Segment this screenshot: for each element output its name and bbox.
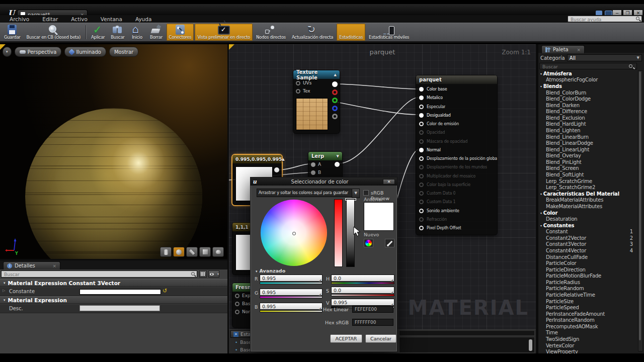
dialog-titlebar[interactable]: u Seleccionador de color ✕ — [251, 177, 397, 186]
palette-item[interactable]: PerInstanceFadeAmount — [538, 311, 639, 317]
palette-item[interactable]: ParticleRelativeTime — [538, 292, 639, 298]
chevron-down-icon[interactable]: ▼ — [352, 189, 360, 198]
input-pin-icon[interactable] — [419, 217, 424, 222]
input-pin-icon[interactable] — [296, 81, 300, 85]
r-gradient[interactable] — [260, 282, 323, 284]
s-input[interactable]: 0.0◢ — [331, 287, 394, 294]
output-pin-icon[interactable] — [332, 114, 338, 119]
input-pin-icon[interactable] — [311, 162, 315, 167]
section-material-expression-constant3vector[interactable]: ▾ Material Expression Constant 3Vector — [0, 279, 227, 287]
palette-item[interactable]: Color — [538, 210, 639, 216]
toolbar-button[interactable]: Buscar en CB (closed beta) — [24, 24, 84, 41]
details-search-input[interactable] — [3, 271, 186, 278]
g-gradient[interactable] — [260, 296, 323, 298]
palette-item[interactable]: Blend_HardLight — [538, 121, 639, 128]
output-pin-icon[interactable] — [332, 106, 338, 111]
input-pin-icon[interactable] — [419, 200, 424, 204]
menu-item[interactable]: Activo — [64, 16, 94, 22]
reset-to-default-icon[interactable]: ↺ — [163, 288, 167, 294]
palette-item[interactable]: Blend_Lighten — [538, 127, 639, 134]
palette-item[interactable]: Blend_LinearBurn — [538, 134, 639, 140]
palette-item[interactable]: Blend_PinLight — [538, 159, 639, 165]
node-header[interactable]: parquet — [416, 75, 497, 84]
g-input[interactable]: 0.995◢ — [260, 289, 323, 296]
palette-item[interactable]: Características Del Material — [538, 191, 639, 197]
hex-srgb-input[interactable]: FFFFFF00 — [352, 319, 393, 326]
output-pin-icon[interactable] — [332, 89, 338, 95]
output-pin-icon[interactable] — [332, 98, 338, 103]
color-wheel-marker[interactable] — [292, 232, 296, 235]
details-search-box[interactable] — [1, 270, 197, 278]
toolbar-button[interactable]: Nodos directos — [254, 24, 288, 41]
input-pin-icon[interactable] — [235, 294, 239, 298]
color-wheel-mode-button[interactable] — [364, 239, 373, 247]
palette-item[interactable]: Constant2Vector 2 — [538, 235, 639, 241]
input-pin-icon[interactable] — [296, 89, 300, 94]
visibility-filter-icon[interactable] — [208, 270, 219, 278]
input-pin-icon[interactable] — [419, 96, 424, 100]
menu-item[interactable]: Archivo — [3, 16, 36, 22]
input-pin-icon[interactable] — [419, 209, 424, 213]
palette-item[interactable]: Constant4Vector 4 — [538, 247, 639, 254]
menu-item[interactable]: Ayuda — [129, 16, 158, 22]
palette-item[interactable]: Blend_Difference — [538, 108, 639, 115]
value-bar-handle[interactable] — [345, 198, 356, 201]
hex-linear-input[interactable]: FEFEFE00 — [352, 306, 393, 313]
palette-item[interactable]: Constant3Vector 3 — [538, 241, 639, 248]
s-gradient[interactable] — [331, 294, 394, 296]
palette-item[interactable]: Desaturation — [538, 216, 639, 222]
palette-item[interactable]: PrecomputedAOMask — [538, 323, 639, 330]
input-pin-icon[interactable] — [419, 122, 424, 126]
palette-item[interactable]: ParticleSpeed — [538, 304, 639, 311]
preview-viewport[interactable]: ▾ Perspectiva Iluminado Mostrar — [0, 44, 227, 260]
show-button[interactable]: Mostrar — [109, 47, 138, 57]
input-pin-icon[interactable] — [419, 156, 424, 161]
section-material-expression[interactable]: ▾ Material Expression — [0, 296, 227, 304]
output-pin-icon[interactable] — [274, 167, 279, 172]
collapse-icon[interactable]: ▲ — [334, 73, 337, 77]
input-pin-icon[interactable] — [419, 174, 424, 178]
palette-item[interactable]: Lerp_ScratchGrime — [538, 178, 639, 185]
toolbar-button[interactable]: Actualización directa — [289, 24, 336, 41]
palette-item[interactable]: ParticleDirection — [538, 266, 639, 273]
saturation-bar[interactable] — [334, 199, 343, 267]
r-input[interactable]: 0.995◢ — [260, 275, 323, 282]
sphere-mesh-button[interactable] — [173, 247, 185, 257]
palette-item[interactable]: Blend_ColorBurn — [538, 89, 639, 96]
palette-item[interactable]: ParticleRandom — [538, 286, 639, 292]
palette-item[interactable]: Constant 1 — [538, 228, 639, 235]
palette-item[interactable]: MakeMaterialAttributes — [538, 203, 639, 210]
palette-search-box[interactable] — [539, 63, 637, 69]
cylinder-mesh-button[interactable] — [160, 247, 172, 257]
toolbar-button[interactable]: Aplicar — [89, 24, 107, 41]
toolbar-button[interactable]: Vista preliminar en directo — [195, 24, 252, 41]
saved-colors-dropdown[interactable]: Arrastrar y soltar los colores aquí para… — [257, 189, 352, 197]
perspective-button[interactable]: Perspectiva — [15, 47, 62, 57]
palette-item[interactable]: DistanceCullFade — [538, 254, 639, 260]
palette-item[interactable]: ParticleColor — [538, 260, 639, 266]
advanced-section-toggle[interactable]: Avanzado — [256, 268, 285, 274]
input-pin-icon[interactable] — [419, 87, 424, 92]
custom-mesh-button[interactable] — [212, 247, 224, 257]
palette-scrollbar[interactable] — [638, 70, 643, 351]
category-dropdown[interactable]: All ▼ — [567, 54, 642, 61]
output-pin-icon[interactable] — [335, 162, 340, 167]
h-input[interactable]: 0.0◢ — [331, 275, 394, 282]
lit-mode-button[interactable]: Iluminado — [64, 47, 106, 57]
scrollbar-handle[interactable] — [639, 71, 641, 340]
column-view-icon[interactable] — [199, 270, 207, 278]
input-pin-icon[interactable] — [419, 130, 424, 135]
palette-item[interactable]: ViewProperty — [538, 348, 639, 353]
palette-item[interactable]: Blend_Exclusion — [538, 115, 639, 121]
input-pin-icon[interactable] — [235, 302, 239, 306]
eyedropper-button[interactable] — [385, 239, 394, 247]
viewport-options-button[interactable]: ▾ — [3, 47, 12, 57]
input-pin-icon[interactable] — [419, 113, 424, 118]
input-pin-icon[interactable] — [235, 310, 239, 314]
desc-input[interactable] — [79, 305, 160, 311]
palette-item[interactable]: BreakMaterialAttributes — [538, 197, 639, 204]
palette-item[interactable]: Time — [538, 330, 639, 336]
palette-item[interactable]: ParticleRadius — [538, 279, 639, 286]
input-pin-icon[interactable] — [419, 165, 424, 169]
vertical-splitter[interactable] — [536, 44, 537, 353]
